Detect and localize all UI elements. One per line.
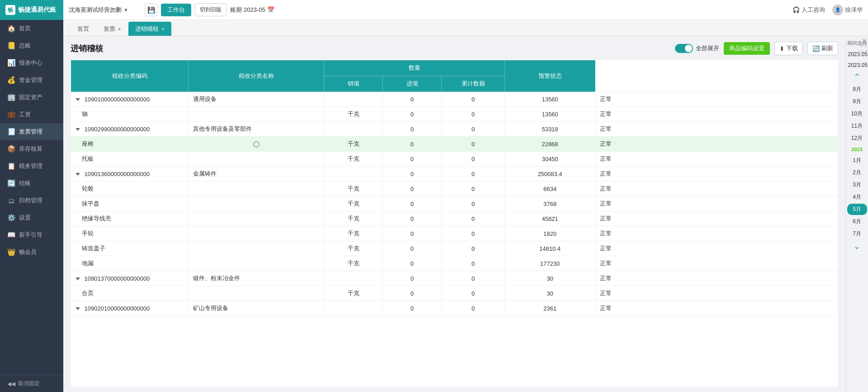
period-item-1[interactable]: 1月 [847,155,867,166]
workbench-button[interactable]: 工作台 [161,4,191,16]
table-row-unit: 千克 [324,241,383,256]
data-table-wrap: 税收分类编码 税收分类名称 数量 预警状态 [71,60,838,387]
tab-invoice[interactable]: 发票 × [97,22,127,36]
sidebar-item-invoice[interactable]: 🧾 发票管理 [0,123,63,140]
expand-panel-button[interactable]: ⛶ [861,45,867,53]
table-row-unit: 千克 [324,137,383,152]
table-row-status: 正常 [595,241,838,256]
period-value: 2023-05 [244,6,265,13]
table-row-name: 其他专用设备及零部件 [189,122,324,137]
table-row-name: 手轮 [71,226,189,241]
period-item-5[interactable]: 5月 [847,204,867,215]
period-item-7[interactable]: 7月 [847,228,867,239]
table-row-sales: 0 [383,107,442,122]
tab-home-label: 首页 [77,25,89,33]
sidebar-item-label: 新手引导 [19,231,42,239]
period-item-2023-05-b[interactable]: 2023.05 [847,60,867,70]
expand-icon[interactable] [75,128,80,131]
period-down-button[interactable]: ⌄ [853,240,861,252]
table-row-unit: 千克 [324,226,383,241]
topbar-right: 🎧 人工咨询 👤 徐泽华 [793,5,863,15]
th-purchase: 进项 [383,76,442,92]
table-row-purchase: 0 [442,211,505,226]
period-item-11[interactable]: 11月 [847,120,867,132]
expand-icon[interactable] [75,277,80,280]
topbar: 沈海英测试经营勿删 ▼ 💾 工作台 切到旧版 账期 2023-05 📅 🎧 人工… [63,0,868,20]
page-actions: 全部展开 商品编码设置 ⬇ 下载 🔄 刷新 [675,42,838,55]
save-icon: 💾 [147,6,155,14]
table-row-status: 正常 [595,286,838,301]
table-row-unit: 千克 [324,107,383,122]
period-item-6[interactable]: 6月 [847,216,867,227]
tab-invoice-label: 发票 [104,25,115,33]
table-row-total: 30 [505,286,595,301]
table-row-unit: 千克 [324,182,383,196]
expand-toggle[interactable] [675,44,693,53]
sidebar-item-settle[interactable]: 🔄 结账 [0,175,63,192]
th-total: 累计数额 [442,76,505,92]
table-row-status: 正常 [595,122,838,137]
table-row-purchase: 0 [442,196,505,211]
company-chevron-icon: ▼ [123,7,128,13]
calendar-icon[interactable]: 📅 [267,6,274,13]
sidebar-item-label: 设置 [19,214,31,222]
table-row-status: 正常 [595,211,838,226]
close-panel-button[interactable]: ✕ [862,37,867,44]
product-code-button[interactable]: 商品编码设置 [724,42,770,55]
search-icon[interactable] [253,141,259,148]
table-row-total: 6634 [505,182,595,196]
tab-reconcile-close[interactable]: × [161,26,164,32]
tab-reconcile-label: 进销稽核 [135,25,159,33]
expand-icon[interactable] [75,98,80,101]
period-item-2[interactable]: 2月 [847,167,867,178]
period-item-8[interactable]: 8月 [847,84,867,95]
table-row-name: 地漏 [71,256,189,271]
company-selector[interactable]: 沈海英测试经营勿删 ▼ [69,6,141,14]
user-menu[interactable]: 👤 徐泽华 [832,5,863,15]
tab-invoice-close[interactable]: × [118,26,121,32]
sidebar-item-label: 资金管理 [19,76,42,84]
sidebar-item-guide[interactable]: 📖 新手引导 [0,226,63,244]
period-item-4[interactable]: 4月 [847,191,867,203]
table-row-total: 1820 [505,226,595,241]
sidebar-item-assets[interactable]: 🏢 固定资产 [0,89,63,106]
sidebar-item-archive[interactable]: 🗂 归档管理 [0,192,63,209]
sidebar-item-inventory[interactable]: 📦 库存核算 [0,140,63,158]
sidebar-item-settings[interactable]: ⚙️ 设置 [0,209,63,226]
period-item-12[interactable]: 12月 [847,133,867,144]
sidebar-item-salary[interactable]: 💼 工资 [0,106,63,123]
tab-reconcile[interactable]: 进销稽核 × [128,22,171,36]
sidebar-item-label: 税务管理 [19,162,42,170]
table-row-sales: 0 [383,152,442,167]
download-button[interactable]: ⬇ 下载 [774,42,803,55]
period-item-9[interactable]: 9月 [847,96,867,107]
save-button[interactable]: 💾 [145,4,157,16]
sidebar-item-label: 发票管理 [19,128,42,136]
table-row-name: 轮毂 [71,182,189,196]
sidebar-item-home[interactable]: 🏠 首页 [0,20,63,37]
old-version-button[interactable]: 切到旧版 [195,3,226,16]
table-row-sales: 0 [383,241,442,256]
table-row-unit: 千克 [324,211,383,226]
table-row-sales: 0 [383,271,442,286]
table-row-purchase: 0 [442,92,505,107]
refresh-button[interactable]: 🔄 刷新 [807,42,838,55]
sidebar-item-ledger[interactable]: 📒 总账 [0,37,63,54]
expand-icon[interactable] [75,307,80,310]
sidebar-item-label: 总账 [19,42,31,50]
period-up-button[interactable]: ⌃ [853,71,861,83]
sidebar-item-tax[interactable]: 📋 税务管理 [0,158,63,175]
sidebar-item-reports[interactable]: 📊 报表中心 [0,54,63,72]
reports-icon: 📊 [7,59,15,67]
expand-icon[interactable] [75,173,80,176]
period-item-10[interactable]: 10月 [847,108,867,120]
sidebar-item-funds[interactable]: 💰 资金管理 [0,72,63,89]
sidebar-item-member[interactable]: 👑 畅会员 [0,244,63,261]
sidebar-unpin[interactable]: ◀◀ 取消固定 [0,375,63,392]
main-area: 沈海英测试经营勿删 ▼ 💾 工作台 切到旧版 账期 2023-05 📅 🎧 人工… [63,0,868,392]
table-row-sales: 0 [383,301,442,316]
tab-home[interactable]: 首页 [71,22,96,36]
table-row-name: 铸造盖子 [71,241,189,256]
period-item-3[interactable]: 3月 [847,179,867,191]
help-button[interactable]: 🎧 人工咨询 [793,6,825,14]
